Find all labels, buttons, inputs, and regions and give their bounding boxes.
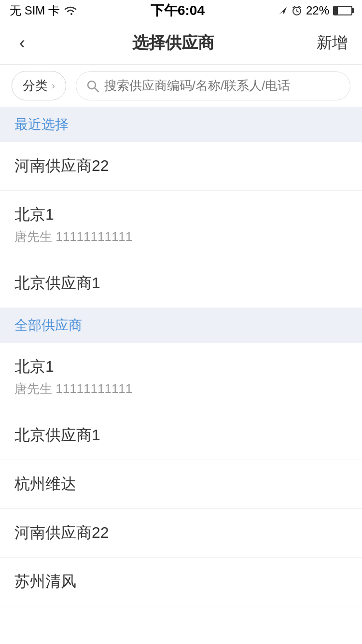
battery-percent: 22%: [306, 4, 329, 17]
status-bar: 无 SIM 卡 下午6:04 22%: [0, 0, 362, 21]
section-header-label: 最近选择: [14, 115, 69, 134]
search-icon: [86, 79, 99, 93]
location-icon: [278, 6, 288, 15]
item-name: 北京供应商1: [14, 425, 348, 446]
page-title: 选择供应商: [132, 32, 214, 54]
search-box[interactable]: [76, 71, 350, 100]
category-label: 分类: [23, 77, 48, 94]
search-input[interactable]: [104, 78, 340, 93]
item-subtitle: 唐先生 11111111111: [14, 380, 348, 397]
list-container: 最近选择河南供应商22北京1唐先生 11111111111北京供应商1全部供应商…: [0, 107, 362, 606]
item-name: 苏州清风: [14, 571, 348, 592]
list-item[interactable]: 北京供应商1: [0, 411, 362, 460]
list-item[interactable]: 河南供应商22: [0, 509, 362, 558]
item-name: 河南供应商22: [14, 522, 348, 544]
item-name: 杭州维达: [14, 474, 348, 495]
filter-bar: 分类 ›: [0, 65, 362, 107]
nav-bar: ‹ 选择供应商 新增: [0, 21, 362, 65]
list-item[interactable]: 河南供应商22: [0, 142, 362, 191]
status-time: 下午6:04: [151, 1, 205, 20]
list-item[interactable]: 北京1唐先生 11111111111: [0, 343, 362, 411]
list-item[interactable]: 杭州维达: [0, 460, 362, 509]
category-button[interactable]: 分类 ›: [12, 71, 66, 100]
section-header-recent: 最近选择: [0, 107, 362, 142]
svg-line-2: [95, 88, 98, 92]
battery-icon: [333, 6, 352, 15]
item-name: 北京供应商1: [14, 273, 348, 294]
section-header-label: 全部供应商: [14, 316, 82, 335]
list-item[interactable]: 北京供应商1: [0, 259, 362, 308]
section-header-all: 全部供应商: [0, 308, 362, 343]
list-item[interactable]: 北京1唐先生 11111111111: [0, 191, 362, 259]
no-sim-text: 无 SIM 卡: [10, 3, 60, 18]
wifi-icon: [64, 5, 77, 16]
item-name: 北京1: [14, 204, 348, 225]
item-subtitle: 唐先生 11111111111: [14, 228, 348, 245]
list-item[interactable]: 苏州清风: [0, 558, 362, 606]
chevron-right-icon: ›: [52, 80, 55, 91]
status-left: 无 SIM 卡: [10, 3, 77, 18]
back-button[interactable]: ‹: [14, 28, 30, 58]
item-name: 北京1: [14, 356, 348, 378]
item-name: 河南供应商22: [14, 155, 348, 177]
add-button[interactable]: 新增: [317, 32, 348, 54]
status-right: 22%: [278, 4, 352, 17]
alarm-icon: [292, 5, 302, 16]
